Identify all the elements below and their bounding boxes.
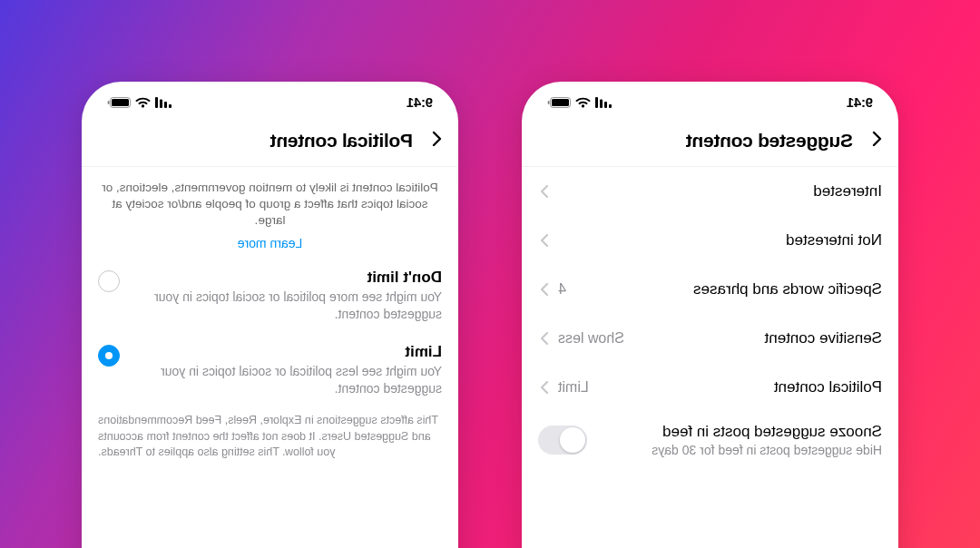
chevron-right-icon xyxy=(538,183,551,200)
option-title: Limit xyxy=(132,343,442,361)
status-indicators xyxy=(107,97,172,108)
option-dont-limit[interactable]: Don't limit You might see more political… xyxy=(98,256,442,330)
option-desc: You might see less political or social t… xyxy=(132,363,442,397)
row-label: Not interested xyxy=(786,231,882,250)
row-specific-words[interactable]: Specific words and phrases 4 xyxy=(538,265,882,314)
svg-rect-8 xyxy=(164,102,167,108)
svg-rect-10 xyxy=(155,97,158,108)
row-label: Political content xyxy=(774,378,882,396)
learn-more-link[interactable]: Learn more xyxy=(238,235,303,252)
phone-suggested-content: 9:41 Suggested content Interested Not in… xyxy=(522,82,898,548)
svg-rect-7 xyxy=(169,104,172,108)
wifi-icon xyxy=(135,97,151,108)
svg-rect-1 xyxy=(604,102,607,108)
row-label: Sensitive content xyxy=(765,329,882,347)
radio-unchecked-icon[interactable] xyxy=(98,270,120,292)
chevron-left-icon xyxy=(866,128,887,150)
cellular-icon xyxy=(595,97,612,108)
status-bar: 9:41 xyxy=(82,82,458,115)
options-list: Don't limit You might see more political… xyxy=(82,256,458,461)
status-time: 9:41 xyxy=(847,94,873,110)
intro-text: Political content is likely to mention g… xyxy=(102,181,438,227)
battery-icon xyxy=(107,97,131,108)
row-sensitive-content[interactable]: Sensitive content Show less xyxy=(538,314,882,363)
chevron-right-icon xyxy=(538,379,551,396)
svg-rect-9 xyxy=(160,99,162,108)
phone-political-content: 9:41 Political content Political content… xyxy=(82,82,458,548)
row-interested[interactable]: Interested xyxy=(538,167,882,216)
svg-rect-5 xyxy=(552,99,569,106)
row-not-interested[interactable]: Not interested xyxy=(538,216,882,265)
svg-rect-0 xyxy=(609,104,612,108)
row-political-content[interactable]: Political content Limit xyxy=(538,363,882,412)
svg-rect-2 xyxy=(600,99,603,108)
svg-rect-3 xyxy=(595,97,598,108)
svg-rect-6 xyxy=(548,101,550,104)
row-value: 4 xyxy=(558,281,566,298)
row-label: Specific words and phrases xyxy=(693,280,882,298)
svg-rect-13 xyxy=(108,101,110,104)
settings-list: Interested Not interested Specific words… xyxy=(522,167,898,468)
wifi-icon xyxy=(575,97,591,108)
back-button[interactable] xyxy=(426,128,447,153)
option-desc: You might see more political or social t… xyxy=(132,289,442,323)
chevron-right-icon xyxy=(538,232,551,249)
row-value: Limit xyxy=(558,379,589,396)
chevron-right-icon xyxy=(538,281,551,298)
status-time: 9:41 xyxy=(407,94,433,110)
svg-rect-12 xyxy=(112,99,129,106)
status-bar: 9:41 xyxy=(522,82,898,115)
row-label: Interested xyxy=(813,182,882,201)
page-title: Political content xyxy=(270,130,413,152)
radio-checked-icon[interactable] xyxy=(98,345,120,367)
footnote-text: This affects suggestions in Explore, Ree… xyxy=(98,404,442,461)
option-title: Don't limit xyxy=(132,269,442,287)
intro-block: Political content is likely to mention g… xyxy=(82,167,458,256)
screen-header: Political content xyxy=(82,115,458,167)
status-indicators xyxy=(547,97,612,108)
row-value: Show less xyxy=(558,330,624,347)
battery-icon xyxy=(547,97,571,108)
chevron-left-icon xyxy=(426,128,447,150)
snooze-label: Snooze suggested posts in feed xyxy=(587,423,882,441)
back-button[interactable] xyxy=(866,128,887,153)
screen-header: Suggested content xyxy=(522,115,898,167)
option-limit[interactable]: Limit You might see less political or so… xyxy=(98,330,442,405)
snooze-toggle[interactable] xyxy=(538,426,587,455)
snooze-sub: Hide suggested posts in feed for 30 days xyxy=(587,443,882,457)
row-snooze: Snooze suggested posts in feed Hide sugg… xyxy=(538,412,882,468)
page-title: Suggested content xyxy=(686,130,853,152)
chevron-right-icon xyxy=(538,330,551,347)
cellular-icon xyxy=(155,97,172,108)
